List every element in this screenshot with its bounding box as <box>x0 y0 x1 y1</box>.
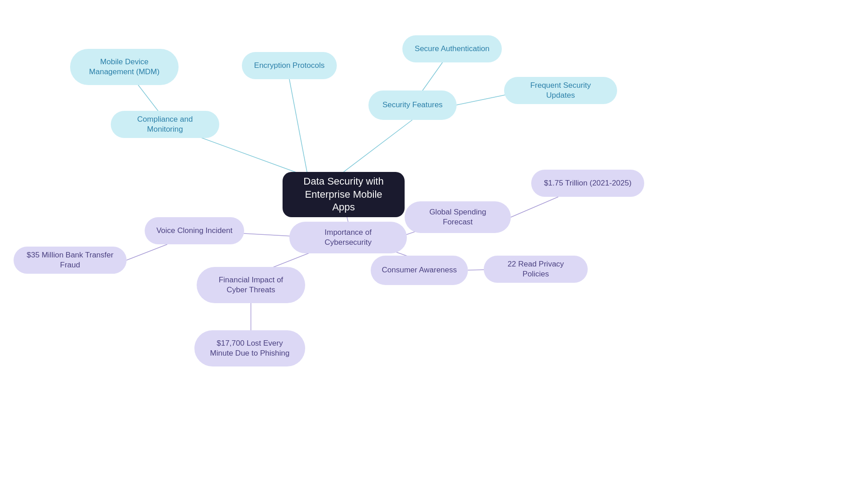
global-spending-node: Global Spending Forecast <box>405 201 511 233</box>
financial-impact-node: Financial Impact of Cyber Threats <box>197 267 305 303</box>
phishing-node: $17,700 Lost Every Minute Due to Phishin… <box>194 330 305 366</box>
svg-line-12 <box>511 197 558 217</box>
bank-fraud-node: $35 Million Bank Transfer Fraud <box>14 247 127 274</box>
voice-cloning-node: Voice Cloning Incident <box>145 217 244 244</box>
svg-line-8 <box>127 244 167 260</box>
compliance-node: Compliance and Monitoring <box>111 111 219 138</box>
freq-updates-node: Frequent Security Updates <box>504 77 617 104</box>
security-features-node: Security Features <box>368 90 457 120</box>
center-label: Data Security with Enterprise Mobile App… <box>293 175 394 214</box>
trillion-node: $1.75 Trillion (2021-2025) <box>531 170 644 197</box>
svg-line-2 <box>289 79 307 174</box>
encryption-node: Encryption Protocols <box>242 52 337 79</box>
consumer-awareness-node: Consumer Awareness <box>371 256 468 285</box>
privacy-policies-node: 22 Read Privacy Policies <box>484 256 588 283</box>
center-node: Data Security with Enterprise Mobile App… <box>283 172 405 217</box>
svg-line-3 <box>344 120 412 172</box>
cybersecurity-node: Importance of Cybersecurity <box>289 222 407 253</box>
mobile-device-mgmt-node: Mobile Device Management (MDM) <box>70 49 179 85</box>
secure-auth-node: Secure Authentication <box>402 35 502 62</box>
